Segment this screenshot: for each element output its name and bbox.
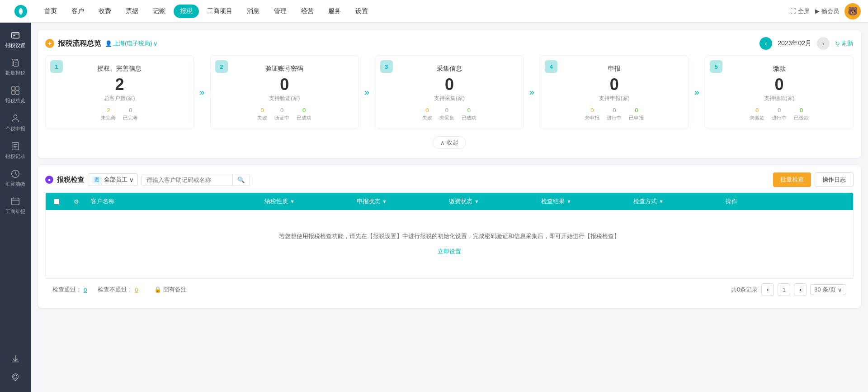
gear-icon: ⚙ [74, 198, 79, 205]
step-2-stat-0-value: 0 [261, 107, 264, 114]
step-3-stat-2: 0 已成功 [462, 107, 476, 121]
tax-record-icon [10, 141, 21, 152]
step-1-stat-1-label: 已完善 [123, 115, 138, 121]
fail-value[interactable]: 0 [135, 287, 138, 293]
overview-icon: + [45, 39, 54, 48]
nav-message[interactable]: 消息 [241, 5, 266, 18]
step-2-count-label: 支持验证(家) [218, 95, 351, 102]
nav-manage[interactable]: 管理 [268, 5, 293, 18]
sidebar: 报税设置 批量报税 报税总览 个税申报 报税记录 [0, 23, 31, 392]
empty-message-text: 若您想使用报税检查功能，请先在【报税设置】中进行报税的初始化设置，完成密码验证和… [279, 230, 620, 242]
employee-filter[interactable]: 图 全部员工 ∨ [88, 173, 138, 186]
arrow-4: » [689, 55, 705, 129]
table-footer: 检查通过： 0 检查不通过： 0 🔒 囧有备注 共0条记录 ‹ 1 [45, 278, 854, 301]
arrow-icon-2: » [364, 87, 369, 97]
step-4-stats: 0 未申报 0 进行中 0 已申报 [547, 107, 681, 121]
top-nav: 首页 客户 收费 票据 记账 报税 工商项目 消息 管理 经营 服务 设置 ⛶ … [0, 0, 868, 23]
step-3-count-label: 支持采集(家) [383, 95, 516, 102]
sidebar-item-download[interactable] [8, 350, 23, 368]
collapse-btn[interactable]: ∧ 收起 [433, 136, 466, 149]
batch-tax-icon [10, 57, 21, 68]
th-gear[interactable]: ⚙ [67, 193, 85, 210]
sidebar-item-tax-record[interactable]: 报税记录 [0, 137, 31, 163]
pay-filter-icon[interactable]: ▼ [474, 199, 479, 204]
batch-check-btn[interactable]: 批量检查 [773, 172, 811, 187]
nav-accounting[interactable]: 记账 [146, 5, 172, 18]
avatar[interactable]: 🐻 [844, 3, 861, 19]
employee-filter-label: 全部员工 [104, 176, 127, 184]
step-5-stats: 0 未缴款 0 进行中 0 已缴款 [712, 107, 846, 121]
declare-filter-icon[interactable]: ▼ [382, 199, 387, 204]
next-month-btn[interactable]: › [817, 37, 830, 50]
svg-rect-5 [12, 87, 15, 90]
step-5-stat-0: 0 未缴款 [750, 107, 764, 121]
steps-row: 1 授权、完善信息 2 总客户数(家) 2 未完善 0 已完善 [45, 55, 854, 129]
nav-settings[interactable]: 设置 [349, 5, 374, 18]
sidebar-item-tax-settings[interactable]: 报税设置 [0, 26, 31, 52]
sidebar-item-annual-settlement[interactable]: 汇算清缴 [0, 165, 31, 191]
prev-month-btn[interactable]: ‹ [760, 37, 772, 50]
svg-rect-4 [14, 61, 18, 67]
footer-stat-fail: 检查不通过： 0 [98, 286, 138, 294]
th-action: 操作 [720, 193, 853, 210]
vip-btn[interactable]: ▶ 畅会员 [815, 7, 839, 15]
tax-check-table: ⚙ 客户名称 纳税性质 ▼ 申报状态 ▼ 缴费状态 ▼ [45, 192, 854, 278]
per-page-selector[interactable]: 30 条/页 ∨ [810, 284, 846, 295]
refresh-btn[interactable]: ↻ 刷新 [835, 39, 854, 48]
nav-fee[interactable]: 收费 [92, 5, 118, 18]
setup-link[interactable]: 立即设置 [438, 248, 461, 255]
step-2-stat-1-value: 0 [280, 107, 283, 114]
nav-service[interactable]: 服务 [322, 5, 347, 18]
step-3-stat-1: 0 未采集 [439, 107, 454, 121]
th-check-result: 检查结果 ▼ [536, 193, 628, 210]
personal-tax-icon [10, 113, 21, 124]
tax-settings-icon [10, 30, 21, 41]
sidebar-item-location[interactable] [8, 368, 23, 387]
search-input[interactable] [142, 174, 232, 186]
per-page-chevron-icon: ∨ [838, 287, 842, 293]
step-2-stat-1-label: 验证中 [274, 115, 289, 121]
check-method-filter-icon[interactable]: ▼ [659, 199, 664, 204]
nav-tax[interactable]: 报税 [174, 5, 199, 18]
sidebar-item-personal-tax[interactable]: 个税申报 [0, 110, 31, 135]
tax-check-title: 报税检查 [57, 176, 84, 184]
search-button[interactable]: 🔍 [232, 174, 250, 186]
sidebar-item-batch-tax[interactable]: 批量报税 [0, 54, 31, 80]
step-1-stat-0: 2 未完善 [101, 107, 116, 121]
th-check-method: 检查方式 ▼ [628, 193, 720, 210]
nav-customer[interactable]: 客户 [65, 5, 90, 18]
nav-home[interactable]: 首页 [38, 5, 63, 18]
th-checkbox[interactable] [46, 193, 67, 210]
sidebar-item-annual-report[interactable]: 工商年报 [0, 192, 31, 218]
overview-header: + 报税流程总览 👤 上海(电子税局) ∨ ‹ 2023年02月 › ↻ 刷新 [45, 37, 854, 50]
step-2-count: 0 [218, 76, 351, 93]
step-5-card: 5 缴款 0 支持缴款(家) 0 未缴款 0 进行中 [705, 55, 854, 129]
step-3-count: 0 [383, 76, 516, 93]
check-result-filter-icon[interactable]: ▼ [566, 199, 571, 204]
location-selector[interactable]: 👤 上海(电子税局) ∨ [105, 39, 158, 48]
fullscreen-label: 全屏 [798, 7, 810, 15]
operation-log-btn[interactable]: 操作日志 [815, 172, 854, 187]
nav-business[interactable]: 工商项目 [201, 5, 239, 18]
main-layout: 报税设置 批量报税 报税总览 个税申报 报税记录 [0, 23, 868, 392]
sidebar-label-annual-settlement: 汇算清缴 [5, 181, 25, 187]
pass-value[interactable]: 0 [84, 287, 87, 293]
pagination: 共0条记录 ‹ 1 › 30 条/页 ∨ [731, 283, 846, 296]
step-4-count: 0 [547, 76, 681, 93]
nav-invoice[interactable]: 票据 [119, 5, 145, 18]
step-1-stat-1-value: 0 [129, 107, 132, 114]
nav-items: 首页 客户 收费 票据 记账 报税 工商项目 消息 管理 经营 服务 设置 [38, 5, 790, 18]
nav-operation[interactable]: 经营 [295, 5, 320, 18]
step-5-count: 0 [712, 76, 846, 93]
type-filter-icon[interactable]: ▼ [290, 199, 295, 204]
step-4-stat-2: 0 已申报 [629, 107, 644, 121]
step-3-card: 3 采集信息 0 支持采集(家) 0 失败 0 未采集 [375, 55, 524, 129]
download-icon [10, 354, 21, 365]
step-2-num: 2 [215, 60, 228, 73]
sidebar-item-tax-overview[interactable]: 报税总览 [0, 81, 31, 107]
select-all-checkbox[interactable] [54, 199, 60, 205]
prev-page-btn[interactable]: ‹ [761, 283, 774, 296]
fullscreen-btn[interactable]: ⛶ 全屏 [790, 7, 810, 15]
step-2-stats: 0 失败 0 验证中 0 已成功 [218, 107, 351, 121]
next-page-btn[interactable]: › [794, 283, 807, 296]
